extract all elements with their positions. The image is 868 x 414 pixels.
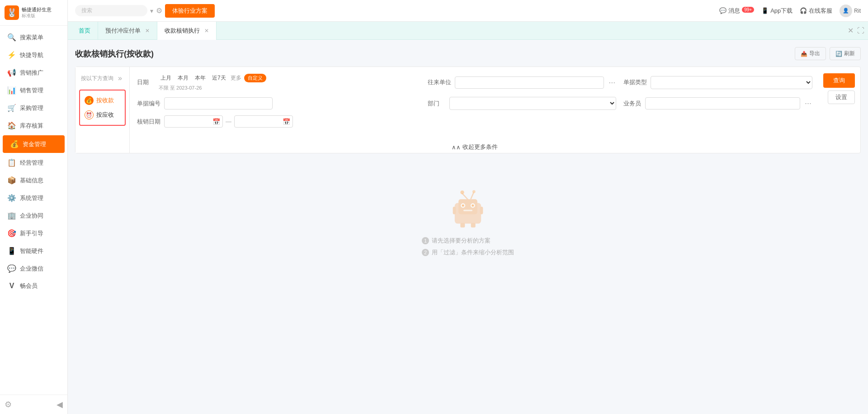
tab-collect-close-icon[interactable]: ✕ [204, 28, 209, 34]
counterpart-dots-btn[interactable]: ··· [608, 78, 616, 87]
purchase-icon: 🛒 [7, 104, 16, 112]
svg-point-14 [472, 190, 476, 193]
sidebar-item-label: 销售管理 [20, 86, 43, 95]
inventory-icon: 🏠 [7, 121, 16, 130]
tab-bar-actions: ✕ ⛶ [848, 26, 864, 35]
online-service-btn[interactable]: 🎧 在线客服 [800, 7, 832, 15]
export-btn[interactable]: 📤 导出 [795, 47, 826, 60]
sidebar-item-shortcut[interactable]: ⚡ 快捷导航 [0, 46, 67, 64]
sidebar-item-inventory[interactable]: 🏠 库存核算 [0, 117, 67, 134]
date-last-month[interactable]: 上月 [159, 73, 173, 83]
tab-fullscreen-btn[interactable]: ⛶ [857, 27, 864, 35]
empty-tip-2: 2 用「过滤」条件来缩小分析范围 [422, 247, 514, 258]
sidebar-item-search[interactable]: 🔍 搜索菜单 [0, 29, 67, 46]
sidebar-item-wechat[interactable]: 💬 企业微信 [0, 260, 67, 277]
sidebar-item-label: 经营管理 [20, 159, 43, 167]
svg-point-12 [460, 190, 464, 194]
empty-tip-1: 1 请先选择要分析的方案 [422, 235, 514, 247]
date-dash: — [226, 118, 231, 125]
filter-row-2: 单据编号 部门 业务员 ··· [137, 97, 812, 110]
user-area[interactable]: 👤 Rit [840, 5, 861, 17]
staff-label: 业务员 [623, 100, 642, 108]
avatar: 👤 [840, 5, 852, 17]
sidebar-item-marketing[interactable]: 📢 营销推广 [0, 64, 67, 81]
header-search-box[interactable]: 搜索 [75, 5, 147, 16]
tab-prepay-close-icon[interactable]: ✕ [145, 28, 150, 34]
doc-no-field: 单据编号 [137, 97, 420, 109]
svg-rect-10 [471, 223, 476, 228]
finance-icon: 💰 [10, 140, 19, 148]
filter-row-1: 日期 上月 本月 本年 近7天 更多 自定义 不限 至 [137, 73, 812, 91]
header-right: 💬 消息 99+ 📱 App下载 🎧 在线客服 👤 Rit [719, 5, 861, 17]
staff-field: 业务员 ··· [623, 97, 812, 109]
header-dropdown-icon[interactable]: ▾ [150, 7, 153, 14]
sidebar-item-system[interactable]: ⚙️ 系统管理 [0, 189, 67, 207]
filter-area: 按以下方查询 » 💰 按收款 ⏰ 按应收 [75, 67, 861, 153]
message-icon: 💬 [719, 7, 726, 14]
date-more[interactable]: 更多 [231, 74, 241, 82]
filter-options-box: 💰 按收款 ⏰ 按应收 [79, 90, 126, 126]
sidebar-item-purchase[interactable]: 🛒 采购管理 [0, 99, 67, 117]
svg-rect-9 [460, 223, 465, 228]
sidebar-item-hardware[interactable]: 📱 智能硬件 [0, 242, 67, 260]
verify-date-field: 核销日期 2023-03-01 📅 — 2023-07-21 📅 [137, 115, 423, 128]
sales-icon: 📊 [7, 86, 16, 95]
sidebar-item-label: 畅会员 [20, 282, 38, 290]
tab-home[interactable]: 首页 [71, 22, 98, 40]
message-btn[interactable]: 💬 消息 99+ [719, 7, 754, 15]
date-this-month[interactable]: 本月 [176, 73, 190, 83]
logo-icon: 🐰 [5, 5, 19, 20]
svg-rect-6 [463, 210, 472, 211]
staff-dots-btn[interactable]: ··· [804, 99, 812, 108]
app-download-btn[interactable]: 📱 App下载 [761, 7, 793, 15]
query-btn[interactable]: 查询 [823, 73, 855, 88]
svg-line-11 [462, 194, 468, 200]
date-7days[interactable]: 近7天 [210, 73, 228, 83]
doc-type-select[interactable] [651, 76, 812, 89]
sidebar-item-enterprise[interactable]: 🏢 企业协同 [0, 207, 67, 224]
doc-no-input[interactable] [164, 97, 273, 109]
message-badge: 99+ [742, 7, 754, 13]
empty-illustration [445, 186, 491, 231]
calendar-start-icon: 📅 [212, 118, 220, 125]
app-icon: 📱 [761, 7, 769, 14]
counterpart-input[interactable] [455, 76, 604, 89]
svg-rect-7 [453, 207, 456, 214]
sidebar-item-operation[interactable]: 📋 经营管理 [0, 154, 67, 171]
filter-option-by-collect[interactable]: 💰 按收款 [80, 93, 125, 108]
tab-collect[interactable]: 收款核销执行 ✕ [157, 22, 217, 40]
tab-close-all-btn[interactable]: ✕ [848, 26, 854, 35]
date-custom[interactable]: 自定义 [244, 74, 266, 82]
filter-row-3: 核销日期 2023-03-01 📅 — 2023-07-21 📅 [137, 115, 812, 128]
settings-bottom-icon[interactable]: ⚙ [5, 400, 12, 409]
collapse-sidebar-icon[interactable]: ◀ [57, 400, 63, 409]
tab-prepay[interactable]: 预付冲应付单 ✕ [98, 22, 157, 40]
enterprise-icon: 🏢 [7, 211, 16, 220]
header-search-area: 搜索 ▾ ⚙ 体验行业方案 [75, 4, 714, 18]
sidebar-item-finance[interactable]: 💰 资金管理 [3, 135, 65, 153]
tab-bar: 首页 预付冲应付单 ✕ 收款核销执行 ✕ ✕ ⛶ [68, 22, 868, 40]
refresh-btn[interactable]: 🔄 刷新 [830, 47, 861, 60]
dept-select[interactable] [449, 97, 617, 110]
svg-rect-8 [480, 207, 483, 214]
date-this-year[interactable]: 本年 [193, 73, 208, 83]
sidebar-item-label: 资金管理 [23, 140, 46, 148]
filter-option-by-receivable[interactable]: ⏰ 按应收 [80, 108, 125, 122]
filter-collapse-icon[interactable]: » [116, 72, 124, 84]
sidebar-item-sales[interactable]: 📊 销售管理 [0, 81, 67, 99]
marketing-icon: 📢 [7, 68, 16, 77]
setting-btn[interactable]: 设置 [828, 90, 855, 104]
logo-sub: 标准版 [22, 13, 52, 19]
counterpart-field: 往来单位 ··· [428, 76, 617, 89]
sidebar-item-member[interactable]: V 畅会员 [0, 277, 67, 295]
staff-input[interactable] [645, 97, 800, 109]
sidebar-item-guide[interactable]: 🎯 新手引导 [0, 224, 67, 242]
sidebar-item-basic[interactable]: 📦 基础信息 [0, 171, 67, 189]
calendar-end-icon: 📅 [283, 118, 290, 125]
solution-btn[interactable]: 体验行业方案 [165, 4, 215, 18]
settings-gear-icon[interactable]: ⚙ [156, 6, 162, 15]
collapse-more-btn[interactable]: ∧∧ 收起更多条件 [130, 139, 820, 153]
doc-type-label: 单据类型 [623, 78, 647, 86]
page-actions: 📤 导出 🔄 刷新 [795, 47, 861, 60]
page-title: 收款核销执行(按收款) [75, 48, 154, 59]
